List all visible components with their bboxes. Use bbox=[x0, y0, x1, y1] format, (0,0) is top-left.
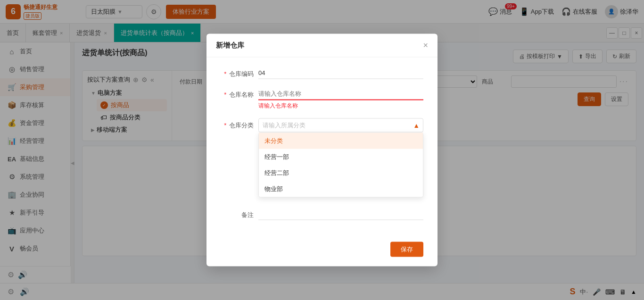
name-label-wrapper: * 仓库名称 bbox=[221, 88, 258, 99]
modal-title: 新增仓库 bbox=[216, 41, 244, 50]
category-placeholder: 请输入所属分类 bbox=[263, 121, 305, 130]
category-select[interactable]: 请输入所属分类 ▲ bbox=[258, 118, 423, 133]
dropdown-item-dept1[interactable]: 经营一部 bbox=[259, 149, 423, 165]
modal-header: 新增仓库 × bbox=[206, 34, 438, 58]
name-control: 请输入仓库名称 bbox=[258, 88, 423, 110]
dropdown-item-dept2[interactable]: 经营二部 bbox=[259, 165, 423, 181]
category-dropdown: 未分类 经营一部 经营二部 物业部 bbox=[258, 133, 423, 198]
form-row-name: * 仓库名称 请输入仓库名称 bbox=[221, 88, 423, 110]
code-control bbox=[258, 67, 423, 79]
modal-new-warehouse: 新增仓库 × * 仓库编码 * 仓库名称 请输入仓库名称 bbox=[206, 34, 438, 267]
remark-label-wrapper: 备注 bbox=[221, 208, 258, 219]
category-label: 仓库分类 bbox=[229, 122, 254, 129]
code-label-wrapper: * 仓库编码 bbox=[221, 67, 258, 78]
dropdown-item-uncategorized[interactable]: 未分类 bbox=[259, 133, 423, 149]
code-label: 仓库编码 bbox=[229, 70, 254, 77]
form-row-remark: 备注 bbox=[221, 208, 423, 220]
modal-close-button[interactable]: × bbox=[423, 41, 428, 50]
form-row-category: * 仓库分类 请输入所属分类 ▲ 未分类 经营一部 经营二部 物业部 bbox=[221, 118, 423, 133]
remark-label: 备注 bbox=[241, 211, 254, 218]
dropdown-item-property[interactable]: 物业部 bbox=[259, 181, 423, 197]
code-input[interactable] bbox=[258, 67, 423, 79]
name-error-msg: 请输入仓库名称 bbox=[258, 102, 423, 110]
remark-control bbox=[258, 208, 423, 220]
modal-body: * 仓库编码 * 仓库名称 请输入仓库名称 * 仓库分类 bbox=[206, 58, 438, 238]
category-arrow-icon: ▲ bbox=[413, 122, 420, 129]
save-button[interactable]: 保存 bbox=[390, 242, 423, 257]
name-label: 仓库名称 bbox=[229, 91, 254, 98]
modal-footer: 保存 bbox=[206, 242, 438, 257]
category-label-wrapper: * 仓库分类 bbox=[221, 118, 258, 130]
form-row-code: * 仓库编码 bbox=[221, 67, 423, 79]
remark-input[interactable] bbox=[258, 208, 423, 220]
name-input[interactable] bbox=[258, 88, 423, 100]
category-control: 请输入所属分类 ▲ 未分类 经营一部 经营二部 物业部 bbox=[258, 118, 423, 133]
